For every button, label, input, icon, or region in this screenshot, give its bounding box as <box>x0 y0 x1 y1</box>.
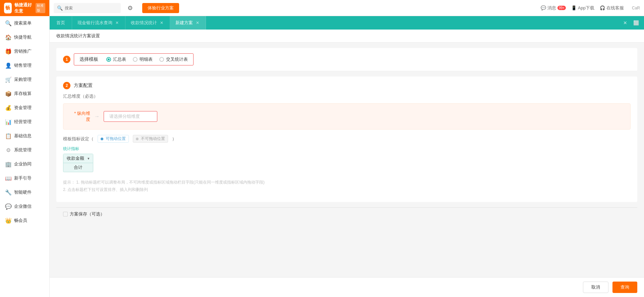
save-checkbox[interactable] <box>63 212 68 216</box>
tabbar-actions: ✕ ⬜ <box>621 19 644 27</box>
step2-body: 汇总维度（必选） * 纵向维度 → 请选择分组维度 模板指标设定（ <box>56 93 637 202</box>
radio-label-detail: 明细表 <box>140 56 153 62</box>
sidebar-item-member[interactable]: 👑 畅会员 <box>0 213 49 228</box>
step1-options: 汇总表 明细表 交叉统计表 <box>106 56 188 62</box>
guide-icon: 📖 <box>5 175 11 181</box>
operation-icon: 📊 <box>5 119 11 125</box>
radio-cross[interactable]: 交叉统计表 <box>159 56 188 62</box>
logo-badge: 标准版 <box>36 3 45 13</box>
download-item[interactable]: 📱 App下载 <box>571 5 594 11</box>
step1-options-box: 选择模板 汇总表 明细表 <box>74 53 194 65</box>
purchase-icon: 🛒 <box>5 77 11 83</box>
sidebar-item-basic[interactable]: 📋 基础信息 <box>0 129 49 143</box>
close-icon[interactable]: ✕ <box>114 20 120 26</box>
tab-receipt-stat[interactable]: 收款情况统计 ✕ <box>125 16 170 30</box>
sidebar-item-guide[interactable]: 📖 新手引导 <box>0 171 49 185</box>
radio-summary[interactable]: 汇总表 <box>106 56 126 62</box>
metrics-setting-label: 模板指标设定（ <box>63 136 94 142</box>
sidebar-item-system[interactable]: ⚙ 系统管理 <box>0 143 49 157</box>
tip2: 2. 点击标题栏下拉可设置排序、插入列和删除列 <box>63 186 631 194</box>
settings-icon[interactable]: ⚙ <box>125 3 136 13</box>
inventory-icon: 📦 <box>5 91 11 97</box>
radio-circle-detail <box>133 57 138 62</box>
tab-label: 新建方案 <box>175 20 193 26</box>
sidebar-item-label: 系统管理 <box>14 147 32 153</box>
basic-icon: 📋 <box>5 133 11 139</box>
tab-label: 现金银行流水查询 <box>77 20 112 26</box>
sidebar-item-purchase[interactable]: 🛒 采购管理 <box>0 72 49 87</box>
maximize-icon[interactable]: ⬜ <box>632 19 640 27</box>
logo-text: 畅捷通好生意 <box>14 2 33 14</box>
radio-circle-summary <box>106 57 111 62</box>
query-button[interactable]: 查询 <box>612 282 637 293</box>
step2-label: 方案配置 <box>74 83 93 89</box>
chevron-down-icon[interactable]: ▾ <box>88 156 90 161</box>
summary-dim-label: 汇总维度（必选） <box>63 93 631 99</box>
sidebar-item-sales[interactable]: 👤 销售管理 <box>0 58 49 72</box>
tip1: 提示： 1. 拖动标题栏可以调整布局，不可跨维度或指标区域拖动栏目字段(只能在同… <box>63 179 631 186</box>
service-icon: 🎧 <box>600 5 605 10</box>
step2-section: 2 方案配置 汇总维度（必选） * 纵向维度 → 请选择分组维度 <box>56 77 637 202</box>
tab-bank-flow[interactable]: 现金银行流水查询 ✕ <box>72 16 125 30</box>
notification-label: 消息 <box>547 5 556 11</box>
tab-new-plan[interactable]: 新建方案 ✕ <box>170 16 206 30</box>
close-icon[interactable]: ✕ <box>195 20 200 26</box>
enterprise-icon: 🏢 <box>5 161 11 167</box>
sidebar-item-hardware[interactable]: 🔧 智能硬件 <box>0 185 49 199</box>
tab-label: 首页 <box>56 20 65 26</box>
sidebar-item-label: 采购管理 <box>14 77 32 83</box>
step1-label: 选择模板 <box>79 56 98 62</box>
breadcrumb-text: 收款情况统计方案设置 <box>56 33 100 38</box>
not-draggable-tag: 不可拖动位置 <box>133 135 168 143</box>
user-name: CaR <box>632 6 640 10</box>
logo-icon: 畅 <box>4 3 12 13</box>
tabbar: 首页 现金银行流水查询 ✕ 收款情况统计 ✕ 新建方案 ✕ ✕ ⬜ <box>50 16 644 30</box>
sidebar-item-operation[interactable]: 📊 经营管理 <box>0 115 49 129</box>
sidebar-item-label: 资金管理 <box>14 105 32 111</box>
sidebar-item-finance[interactable]: 💰 资金管理 <box>0 101 49 115</box>
sidebar-item-quick-nav[interactable]: 🏠 快捷导航 <box>0 30 49 44</box>
sidebar-item-enterprise[interactable]: 🏢 企业协同 <box>0 157 49 171</box>
radio-dot <box>108 58 110 60</box>
close-icon[interactable]: ✕ <box>159 20 164 26</box>
sidebar-item-search[interactable]: 🔍 搜索菜单 <box>0 16 49 30</box>
sidebar-item-label: 畅会员 <box>14 217 27 224</box>
sidebar-item-label: 企业协同 <box>14 161 32 167</box>
metrics-area: 统计指标 收款金额 ▾ 合计 <box>63 146 631 172</box>
service-item[interactable]: 🎧 在线客服 <box>600 5 624 11</box>
sidebar-item-label: 快捷导航 <box>14 34 32 40</box>
radio-detail[interactable]: 明细表 <box>133 56 153 62</box>
close-window-icon[interactable]: ✕ <box>621 19 629 27</box>
sidebar-item-marketing[interactable]: 🎁 营销推广 <box>0 44 49 58</box>
sidebar-item-label: 企业微信 <box>14 203 32 209</box>
dim-grid: * 纵向维度 → 请选择分组维度 <box>63 103 631 130</box>
page-body: 1 选择模板 汇总表 明细表 <box>50 43 644 277</box>
save-checkbox-label[interactable]: 方案保存（可选） <box>63 211 105 217</box>
member-icon: 👑 <box>5 217 11 224</box>
sidebar-item-label: 营销推广 <box>14 48 32 54</box>
sidebar-item-weixin[interactable]: 💬 企业微信 <box>0 199 49 213</box>
home-icon: 🏠 <box>5 34 11 40</box>
main-content: 🔍 ⚙ 体验行业方案 💬 消息 99+ 📱 App下载 🎧 在线客服 CaR 首… <box>50 0 644 297</box>
search-input[interactable] <box>65 6 112 10</box>
notification-icon: 💬 <box>541 5 546 10</box>
save-bar: 方案保存（可选） <box>56 207 637 220</box>
vertical-dim-label: * 纵向维度 <box>70 110 90 122</box>
search-box[interactable]: 🔍 <box>54 3 121 13</box>
topbar: 🔍 ⚙ 体验行业方案 💬 消息 99+ 📱 App下载 🎧 在线客服 CaR <box>50 0 644 16</box>
dim-row-vertical: * 纵向维度 → 请选择分组维度 <box>70 110 624 122</box>
radio-circle-cross <box>159 57 164 62</box>
tab-home[interactable]: 首页 <box>50 16 72 30</box>
industry-btn[interactable]: 体验行业方案 <box>142 3 179 13</box>
sales-icon: 👤 <box>5 62 11 68</box>
sidebar-item-label: 搜索菜单 <box>14 20 32 26</box>
sidebar-item-inventory[interactable]: 📦 库存核算 <box>0 87 49 101</box>
dim-select[interactable]: 请选择分组维度 <box>104 111 157 122</box>
download-label: App下载 <box>578 5 594 11</box>
sidebar-logo: 畅 畅捷通好生意 标准版 <box>0 0 49 16</box>
notification-item[interactable]: 💬 消息 99+ <box>541 5 566 11</box>
service-label: 在线客服 <box>606 5 624 11</box>
sidebar-item-label: 库存核算 <box>14 91 32 97</box>
step2-number: 2 <box>63 82 70 89</box>
cancel-button[interactable]: 取消 <box>583 282 608 293</box>
